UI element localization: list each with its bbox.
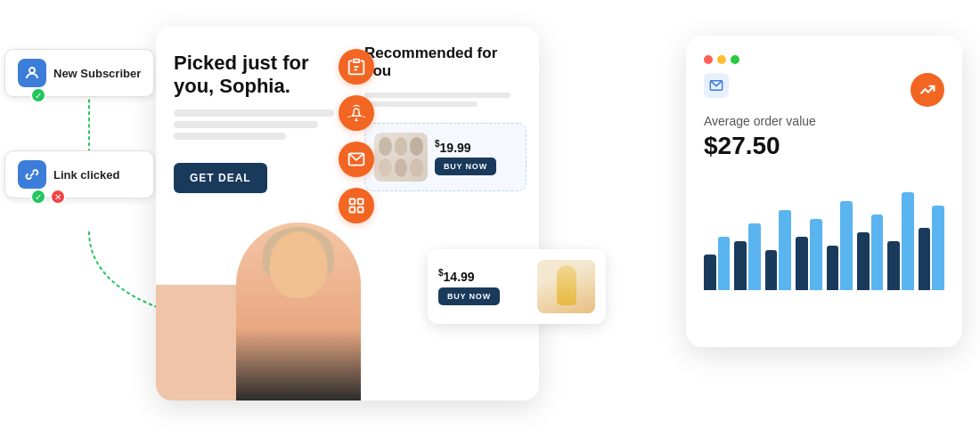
mac-dot-green [731, 55, 739, 64]
channel-icon-bell [339, 95, 374, 131]
svg-point-1 [29, 68, 35, 73]
product-info-2: $14.99 BUY NOW [438, 268, 528, 305]
email-analytics-icon [704, 73, 729, 98]
main-card-right-panel: Recommended for you [352, 27, 539, 400]
channel-icon-clipboard [339, 49, 374, 85]
bar-light-4 [840, 201, 853, 290]
svg-rect-9 [358, 199, 363, 205]
product-info-1: $19.99 BUY NOW [435, 139, 517, 176]
bar-light-6 [902, 192, 914, 290]
bar-group-5 [857, 214, 883, 290]
subscriber-icon [18, 59, 46, 87]
bar-group-1 [734, 223, 760, 290]
mac-dot-yellow [717, 55, 726, 64]
analytics-top-row [704, 73, 944, 107]
svg-rect-10 [350, 207, 355, 213]
channel-icon-list [339, 49, 374, 223]
buy-now-button-2[interactable]: BUY NOW [438, 287, 500, 305]
rec-text-lines [364, 93, 527, 107]
x-badge: ✕ [50, 189, 66, 205]
product-price-1: $19.99 [435, 139, 517, 155]
bar-dark-1 [734, 241, 747, 290]
bar-dark-6 [887, 241, 900, 290]
analytics-card: Average order value $27.50 [686, 36, 962, 347]
rec-line-1 [364, 93, 510, 98]
subscriber-label: New Subscriber [53, 67, 141, 80]
bar-dark-0 [704, 255, 716, 290]
main-scene: New Subscriber ✓ Link clicked ✓ ✕ [0, 0, 980, 445]
main-card-left-panel: Picked just for you, Sophia. GET DEAL [156, 27, 352, 400]
check-badge: ✓ [30, 87, 46, 103]
analytics-title: Average order value [704, 114, 944, 128]
rec-line-2 [364, 101, 478, 107]
link-clicked-label: Link clicked [53, 168, 119, 182]
bar-group-0 [704, 237, 730, 290]
channel-icon-grid [339, 188, 374, 223]
get-deal-button[interactable]: GET DEAL [174, 163, 267, 193]
bar-chart [704, 174, 944, 290]
bar-group-7 [919, 206, 944, 290]
bar-dark-7 [919, 228, 931, 290]
text-placeholder-lines [174, 109, 334, 140]
bar-dark-3 [796, 237, 808, 290]
mac-window-dots [704, 55, 944, 64]
rec-heading: Recommended for you [364, 44, 527, 80]
product-price-2: $14.99 [438, 268, 528, 284]
svg-rect-8 [350, 199, 355, 205]
second-product-panel: $14.99 BUY NOW [428, 249, 606, 324]
bar-dark-5 [857, 232, 870, 290]
bar-group-3 [796, 219, 821, 290]
new-subscriber-card: New Subscriber ✓ [4, 49, 154, 97]
link-clicked-card: Link clicked ✓ ✕ [4, 150, 154, 198]
bar-dark-2 [765, 250, 778, 290]
rec-header: Recommended for you [364, 44, 527, 80]
woman-figure [236, 222, 361, 400]
analytics-value: $27.50 [704, 132, 944, 160]
bar-group-6 [887, 192, 913, 290]
text-line-3 [174, 133, 286, 140]
buy-now-button-1[interactable]: BUY NOW [435, 158, 496, 175]
svg-rect-11 [358, 207, 363, 213]
mac-dot-red [704, 55, 713, 64]
product-card-1: $19.99 BUY NOW [364, 123, 527, 191]
product-image-2 [537, 260, 595, 313]
bar-light-5 [871, 214, 884, 290]
svg-rect-2 [354, 60, 360, 62]
trigger-cards: New Subscriber ✓ Link clicked ✓ ✕ [4, 49, 154, 198]
channel-icon-email [339, 142, 374, 177]
bar-light-7 [932, 206, 944, 290]
main-heading: Picked just for you, Sophia. [174, 52, 334, 99]
bar-light-1 [748, 223, 761, 290]
bar-light-0 [718, 237, 731, 290]
bar-light-2 [779, 210, 791, 290]
check-badge2: ✓ [30, 189, 46, 205]
bar-group-2 [765, 210, 791, 290]
product-image-1 [374, 133, 428, 182]
text-line-2 [174, 121, 318, 128]
link-icon [18, 160, 46, 189]
bar-light-3 [810, 219, 822, 290]
bar-dark-4 [827, 246, 839, 290]
bar-group-4 [827, 201, 853, 290]
text-line-1 [174, 109, 334, 117]
woman-face [270, 231, 328, 298]
trend-up-icon [911, 73, 944, 107]
